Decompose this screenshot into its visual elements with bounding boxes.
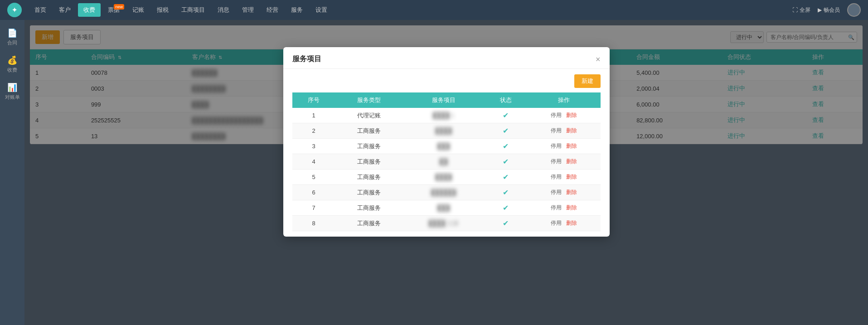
- sidebar-label-fees: 收费: [7, 67, 17, 73]
- modal-table-row: 4 工商服务 ██ ✔ 停用 删除: [292, 154, 601, 170]
- sidebar-label-statement: 对账单: [5, 94, 20, 101]
- delete-button[interactable]: 删除: [566, 189, 577, 195]
- top-right-actions: ⛶ 全屏 ▶ 畅会员: [792, 3, 861, 17]
- stop-button[interactable]: 停用: [551, 174, 562, 180]
- modal-toolbar: 新建: [292, 74, 601, 88]
- modal-cell-type: 代理记账: [335, 108, 403, 123]
- modal-table-row: 7 工商服务 ███ ✔ 停用 删除: [292, 200, 601, 216]
- vip-btn[interactable]: ▶ 畅会员: [818, 6, 840, 14]
- delete-button[interactable]: 删除: [566, 174, 577, 180]
- modal-col-id: 序号: [292, 92, 335, 108]
- modal-cell-status: ✔: [484, 170, 527, 185]
- modal-header: 服务项目 ×: [283, 47, 610, 69]
- modal-cell-id: 7: [292, 200, 335, 216]
- nav-manage[interactable]: 管理: [237, 3, 259, 17]
- nav-tax[interactable]: 报税: [151, 3, 174, 17]
- main-layout: 📄 合同 💰 收费 📊 对账单 新增 服务项目 进行中: [0, 20, 868, 325]
- nav-invoice[interactable]: 票据 new: [102, 3, 125, 17]
- modal-cell-action[interactable]: 停用 删除: [528, 185, 601, 200]
- avatar[interactable]: [847, 3, 861, 17]
- modal-cell-type: 工商服务: [335, 139, 403, 154]
- stop-button[interactable]: 停用: [551, 143, 562, 149]
- stop-button[interactable]: 停用: [551, 112, 562, 118]
- sidebar-item-contract[interactable]: 📄 合同: [0, 24, 24, 50]
- modal-cell-id: 4: [292, 154, 335, 170]
- delete-button[interactable]: 删除: [566, 220, 577, 226]
- sidebar-item-fees[interactable]: 💰 收费: [0, 52, 24, 77]
- nav-service[interactable]: 服务: [286, 3, 308, 17]
- modal-cell-project: ██████: [403, 185, 484, 200]
- nav-operation[interactable]: 经营: [261, 3, 284, 17]
- nav-customer[interactable]: 客户: [53, 3, 76, 17]
- nav-fees[interactable]: 收费: [78, 3, 101, 17]
- sidebar-label-contract: 合同: [7, 39, 17, 46]
- delete-button[interactable]: 删除: [566, 143, 577, 149]
- modal-cell-id: 3: [292, 139, 335, 154]
- modal-cell-id: 2: [292, 123, 335, 139]
- modal-cell-type: 工商服务: [335, 185, 403, 200]
- content-area: 新增 服务项目 进行中 序号 合同编码: [24, 20, 868, 325]
- fees-icon: 💰: [7, 55, 17, 65]
- modal-cell-project: ███: [403, 200, 484, 216]
- modal-cell-type: 工商服务: [335, 123, 403, 139]
- nav-items: 首页 客户 收费 票据 new 记账 报税 工商项目 消息 管理 经营 服务 设…: [29, 3, 792, 17]
- modal-cell-action[interactable]: 停用 删除: [528, 108, 601, 123]
- modal-cell-status: ✔: [484, 139, 527, 154]
- modal-cell-status: ✔: [484, 108, 527, 123]
- app-logo: ✦: [7, 3, 22, 17]
- modal-cell-action[interactable]: 停用 删除: [528, 154, 601, 170]
- modal-new-button[interactable]: 新建: [574, 74, 601, 88]
- modal-cell-status: ✔: [484, 154, 527, 170]
- modal-body: 新建 序号 服务类型 服务项目 状态 操作: [283, 69, 610, 237]
- modal-table-row: 8 工商服务 ████ 注册 ✔ 停用 删除: [292, 216, 601, 231]
- modal-cell-id: 1: [292, 108, 335, 123]
- modal-cell-status: ✔: [484, 123, 527, 139]
- modal-cell-project: ███: [403, 139, 484, 154]
- fullscreen-btn[interactable]: ⛶ 全屏: [792, 6, 810, 14]
- modal-cell-project: ████ 注册: [403, 216, 484, 231]
- modal-cell-status: ✔: [484, 216, 527, 231]
- modal-cell-status: ✔: [484, 200, 527, 216]
- modal-cell-action[interactable]: 停用 删除: [528, 123, 601, 139]
- delete-button[interactable]: 删除: [566, 127, 577, 134]
- logo-icon: ✦: [12, 6, 17, 14]
- modal-cell-action[interactable]: 停用 删除: [528, 170, 601, 185]
- contract-icon: 📄: [7, 28, 17, 38]
- modal-title: 服务项目: [292, 54, 321, 64]
- stop-button[interactable]: 停用: [551, 220, 562, 226]
- delete-button[interactable]: 删除: [566, 204, 577, 211]
- modal-cell-project: ██: [403, 154, 484, 170]
- modal-cell-action[interactable]: 停用 删除: [528, 139, 601, 154]
- stop-button[interactable]: 停用: [551, 127, 562, 134]
- nav-message[interactable]: 消息: [212, 3, 235, 17]
- nav-commerce[interactable]: 工商项目: [176, 3, 210, 17]
- vip-icon: ▶: [818, 7, 822, 13]
- statement-icon: 📊: [7, 82, 17, 92]
- stop-button[interactable]: 停用: [551, 189, 562, 195]
- modal-col-project: 服务项目: [403, 92, 484, 108]
- modal-col-action: 操作: [528, 92, 601, 108]
- modal-cell-id: 8: [292, 216, 335, 231]
- stop-button[interactable]: 停用: [551, 204, 562, 211]
- modal-cell-action[interactable]: 停用 删除: [528, 200, 601, 216]
- modal-table: 序号 服务类型 服务项目 状态 操作 1 代理记账 ████ 1 ✔ 停用 删除: [292, 92, 601, 231]
- modal-table-row: 1 代理记账 ████ 1 ✔ 停用 删除: [292, 108, 601, 123]
- nav-home[interactable]: 首页: [29, 3, 52, 17]
- modal-cell-project: ████ 1: [403, 108, 484, 123]
- sidebar-item-statement[interactable]: 📊 对账单: [0, 79, 24, 104]
- nav-settings[interactable]: 设置: [310, 3, 333, 17]
- modal-table-row: 5 工商服务 ████ ✔ 停用 删除: [292, 170, 601, 185]
- modal-cell-type: 工商服务: [335, 154, 403, 170]
- nav-bookkeeping[interactable]: 记账: [127, 3, 150, 17]
- modal-close-button[interactable]: ×: [596, 55, 601, 63]
- modal-col-type: 服务类型: [335, 92, 403, 108]
- invoice-badge: new: [114, 4, 124, 10]
- modal-table-row: 2 工商服务 ████ ✔ 停用 删除: [292, 123, 601, 139]
- stop-button[interactable]: 停用: [551, 158, 562, 165]
- delete-button[interactable]: 删除: [566, 158, 577, 165]
- modal-cell-action[interactable]: 停用 删除: [528, 216, 601, 231]
- delete-button[interactable]: 删除: [566, 112, 577, 118]
- top-navigation: ✦ 首页 客户 收费 票据 new 记账 报税 工商项目 消息 管理 经营 服务…: [0, 0, 868, 20]
- modal-overlay[interactable]: 服务项目 × 新建 序号 服务类型 服务项目 状态: [24, 20, 868, 325]
- modal-cell-id: 5: [292, 170, 335, 185]
